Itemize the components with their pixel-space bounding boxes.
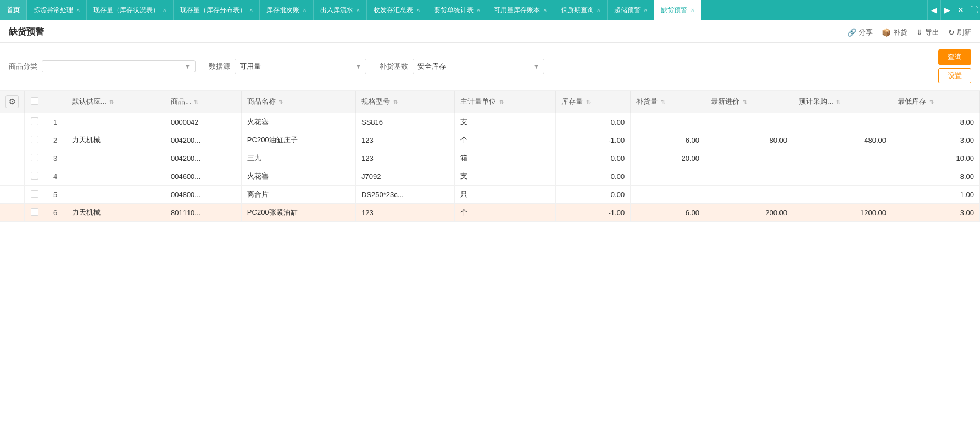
col-num-cell: 5 <box>44 186 66 204</box>
replenish-button[interactable]: 📦 补货 <box>882 27 907 37</box>
col-min-stock-header[interactable]: 最低库存 ⇅ <box>892 91 979 113</box>
row-checkbox-1[interactable] <box>31 136 38 143</box>
col-product-name-cell: PC200张紧油缸 <box>241 204 355 222</box>
tab-inventory-dist[interactable]: 现存量（库存分布表）× <box>174 0 260 20</box>
category-select[interactable]: ▼ <box>42 60 196 72</box>
row-checkbox-3[interactable] <box>31 172 38 180</box>
col-replenish-qty-header[interactable]: 补货量 ⇅ <box>631 91 705 113</box>
col-product-name-header[interactable]: 商品名称 ⇅ <box>241 91 355 113</box>
export-button[interactable]: ⇓ 导出 <box>916 27 939 37</box>
export-icon: ⇓ <box>916 28 923 37</box>
filter-area: 商品分类 ▼ 数据源 可用量 ▼ 补货基数 安全库存 ▼ 查询 设置 <box>0 43 980 91</box>
tab-close-expiry-query[interactable]: × <box>597 7 600 13</box>
main-content: 缺货预警 🔗 分享 📦 补货 ⇓ 导出 ↻ 刷新 商品分类 <box>0 20 980 437</box>
replenish-base-select[interactable]: 安全库存 ▼ <box>413 59 544 74</box>
col-default-supplier-header[interactable]: 默认供应... ⇅ <box>66 91 165 113</box>
tab-collect-summary[interactable]: 收发存汇总表× <box>367 0 427 20</box>
col-replenish-qty-label: 补货量 <box>636 97 658 105</box>
col-replenish-qty-cell: 6.00 <box>631 131 705 149</box>
filter-buttons: 查询 设置 <box>938 49 971 83</box>
col-product-code-label: 商品... <box>171 97 191 105</box>
col-settings-cell <box>0 113 25 131</box>
col-default-supplier-cell: 力天机械 <box>66 204 165 222</box>
column-settings-icon[interactable]: ⚙ <box>5 95 19 108</box>
sort-spec-icon: ⇅ <box>393 99 398 105</box>
col-num-cell: 6 <box>44 204 66 222</box>
tab-close-batch-account[interactable]: × <box>303 7 306 13</box>
col-product-code-cell: 004200... <box>165 149 241 167</box>
row-checkbox-0[interactable] <box>31 117 38 125</box>
tab-label-home: 首页 <box>7 5 20 15</box>
col-product-name-cell: PC200油缸庄子 <box>241 131 355 149</box>
col-unit-cell: 个 <box>455 131 556 149</box>
tab-close-collect-summary[interactable]: × <box>416 7 420 13</box>
tab-inventory-status[interactable]: 现存量（库存状况表）× <box>87 0 173 20</box>
tab-close-shortage[interactable]: × <box>691 7 694 13</box>
tab-close-available-ledger[interactable]: × <box>543 7 547 13</box>
tab-close-overstock[interactable]: × <box>644 7 647 13</box>
settings-button[interactable]: 设置 <box>938 68 971 83</box>
col-min-stock-label: 最低库存 <box>898 97 926 105</box>
col-replenish-qty-cell: 6.00 <box>631 204 705 222</box>
col-spec-cell: J7092 <box>356 167 455 186</box>
col-min-stock-cell: 10.00 <box>892 149 979 167</box>
col-stock-header[interactable]: 库存量 ⇅ <box>556 91 631 113</box>
col-stock-cell: 0.00 <box>556 149 631 167</box>
tab-inout-flow[interactable]: 出入库流水× <box>314 0 367 20</box>
col-unit-header[interactable]: 主计量单位 ⇅ <box>455 91 556 113</box>
tab-close-exception[interactable]: × <box>76 7 80 13</box>
col-est-purchase-cell <box>793 186 892 204</box>
col-product-code-header[interactable]: 商品... ⇅ <box>165 91 241 113</box>
col-min-stock-cell: 3.00 <box>892 204 979 222</box>
tab-demand-stats[interactable]: 要货单统计表× <box>427 0 487 20</box>
sort-replenish-qty-icon: ⇅ <box>661 99 665 105</box>
tab-close-inventory-dist[interactable]: × <box>249 7 253 13</box>
tab-exception[interactable]: 拣货异常处理× <box>27 0 87 20</box>
col-default-supplier-cell <box>66 186 165 204</box>
tab-available-ledger[interactable]: 可用量库存账本× <box>487 0 554 20</box>
tab-prev-button[interactable]: ◀ <box>927 0 940 20</box>
col-est-purchase-header[interactable]: 预计采购... ⇅ <box>793 91 892 113</box>
datasource-select[interactable]: 可用量 ▼ <box>235 59 366 74</box>
tab-label-available-ledger: 可用量库存账本 <box>494 5 540 15</box>
sort-unit-icon: ⇅ <box>499 99 504 105</box>
col-product-code-cell: 0000042 <box>165 113 241 131</box>
col-spec-header[interactable]: 规格型号 ⇅ <box>356 91 455 113</box>
tab-next-button[interactable]: ▶ <box>940 0 954 20</box>
tab-label-batch-account: 库存批次账 <box>266 5 299 15</box>
tab-label-collect-summary: 收发存汇总表 <box>374 5 413 15</box>
refresh-button[interactable]: ↻ 刷新 <box>948 27 971 37</box>
row-checkbox-5[interactable] <box>31 208 38 216</box>
row-checkbox-4[interactable] <box>31 190 38 198</box>
tab-batch-account[interactable]: 库存批次账× <box>260 0 313 20</box>
tab-close-inout-flow[interactable]: × <box>357 7 360 13</box>
tab-expiry-query[interactable]: 保质期查询× <box>554 0 608 20</box>
row-checkbox-2[interactable] <box>31 154 38 161</box>
datasource-select-value: 可用量 <box>240 61 261 71</box>
col-product-code-cell: 004200... <box>165 131 241 149</box>
table-row: 4004600...火花塞J7092支0.008.00 <box>0 167 980 186</box>
tab-close-inventory-status[interactable]: × <box>163 7 166 13</box>
col-spec-cell: 123 <box>356 204 455 222</box>
col-spec-cell: 123 <box>356 131 455 149</box>
col-checkbox-cell <box>25 149 44 167</box>
tab-home[interactable]: 首页 <box>0 0 27 20</box>
tab-overstock[interactable]: 超储预警× <box>608 0 654 20</box>
tab-shortage[interactable]: 缺货预警× <box>654 0 701 20</box>
tab-close-demand-stats[interactable]: × <box>477 7 480 13</box>
col-latest-price-cell: 80.00 <box>705 131 793 149</box>
col-latest-price-cell: 200.00 <box>705 204 793 222</box>
col-latest-price-header[interactable]: 最新进价 ⇅ <box>705 91 793 113</box>
table-row: 2力天机械004200...PC200油缸庄子123个-1.006.0080.0… <box>0 131 980 149</box>
select-all-checkbox[interactable] <box>31 97 38 105</box>
tab-label-inout-flow: 出入库流水 <box>320 5 353 15</box>
tab-close-button[interactable]: ✕ <box>954 0 967 20</box>
share-button[interactable]: 🔗 分享 <box>847 27 873 37</box>
col-min-stock-cell: 8.00 <box>892 167 979 186</box>
col-checkbox-header <box>25 91 44 113</box>
tab-maximize-button[interactable]: ⛶ <box>967 0 980 20</box>
query-button[interactable]: 查询 <box>938 49 971 65</box>
table-container: ⚙ 默认供应... ⇅ 商品... ⇅ 商品名称 <box>0 91 980 222</box>
col-replenish-qty-cell <box>631 113 705 131</box>
col-stock-cell: 0.00 <box>556 113 631 131</box>
